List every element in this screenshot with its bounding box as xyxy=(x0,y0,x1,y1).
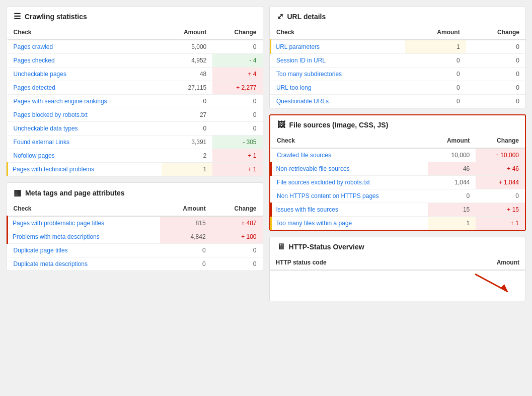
http-col-code: HTTP status code xyxy=(270,255,434,270)
check-label[interactable]: Found external Links xyxy=(8,136,162,149)
check-label[interactable]: Uncheckable data types xyxy=(8,122,162,136)
table-row: Duplicate meta descriptions00 xyxy=(8,257,263,271)
table-row: Nofollow pages2+ 1 xyxy=(8,149,263,163)
change-cell: - 305 xyxy=(212,136,262,149)
check-label[interactable]: Pages with problematic page titles xyxy=(8,216,160,230)
check-label[interactable]: Duplicate page titles xyxy=(8,244,160,257)
change-cell: 0 xyxy=(212,95,262,108)
crawling-statistics-header: ☰ Crawling statistics xyxy=(7,7,263,25)
amount-cell: 0 xyxy=(160,244,212,257)
amount-cell: 1,044 xyxy=(428,176,476,189)
table-row: Pages checked4,952- 4 xyxy=(8,54,263,68)
amount-cell: 1 xyxy=(405,40,466,54)
amount-cell: 27 xyxy=(162,108,212,122)
left-column: ☰ Crawling statistics Check Amount Chang… xyxy=(6,6,263,301)
table-row: Pages crawled5,0000 xyxy=(8,40,263,54)
table-row: Uncheckable data types00 xyxy=(8,122,263,136)
right-column: ⤢ URL details Check Amount Change URL pa… xyxy=(269,6,526,301)
meta-col-change: Change xyxy=(212,202,263,216)
svg-marker-1 xyxy=(500,284,508,292)
change-cell: + 2,277 xyxy=(212,81,262,95)
check-label[interactable]: Pages with search engine rankings xyxy=(8,95,162,108)
file-sources-card: 🖼 File sources (Image, CSS, JS) Check Am… xyxy=(269,114,526,231)
amount-cell: 46 xyxy=(428,162,476,176)
check-label[interactable]: Duplicate meta descriptions xyxy=(8,257,160,271)
http-status-card: 🖥 HTTP-Status Overview HTTP status code … xyxy=(269,237,526,301)
http-col-amount: Amount xyxy=(434,255,525,270)
change-cell: 0 xyxy=(212,108,262,122)
check-label[interactable]: Problems with meta descriptions xyxy=(8,230,160,244)
amount-cell: 0 xyxy=(405,95,466,108)
url-details-header: ⤢ URL details xyxy=(270,7,526,25)
check-label[interactable]: Pages checked xyxy=(8,54,162,68)
meta-col-amount: Amount xyxy=(160,202,212,216)
file-col-change: Change xyxy=(476,134,525,148)
check-label[interactable]: Uncheckable pages xyxy=(8,68,162,81)
check-label[interactable]: Issues with file sources xyxy=(271,203,428,217)
amount-cell: 48 xyxy=(162,68,212,81)
check-label[interactable]: Pages detected xyxy=(8,81,162,95)
check-label[interactable]: Non-retrievable file sources xyxy=(271,162,428,176)
check-label[interactable]: Nofollow pages xyxy=(8,149,162,163)
amount-cell: 5,000 xyxy=(162,40,212,54)
meta-tags-table: Check Amount Change Pages with problemat… xyxy=(7,202,263,271)
meta-tags-title: Meta tags and page attributes xyxy=(25,189,125,197)
file-col-amount: Amount xyxy=(428,134,476,148)
change-cell: + 1 xyxy=(476,217,525,230)
check-label[interactable]: Non HTTPS content on HTTPS pages xyxy=(271,189,428,203)
change-cell: + 10,000 xyxy=(476,148,525,162)
file-sources-header: 🖼 File sources (Image, CSS, JS) xyxy=(270,115,525,134)
check-label[interactable]: Too many subdirectories xyxy=(270,68,405,81)
expand-icon: ⤢ xyxy=(277,12,283,21)
change-cell: + 46 xyxy=(476,162,525,176)
table-row: Uncheckable pages48+ 4 xyxy=(8,68,263,81)
change-cell: + 4 xyxy=(212,68,262,81)
crawling-statistics-card: ☰ Crawling statistics Check Amount Chang… xyxy=(6,6,263,176)
table-row: Session ID in URL00 xyxy=(270,54,525,68)
change-cell: 0 xyxy=(466,81,525,95)
table-row: Too many subdirectories00 xyxy=(270,68,525,81)
change-cell: 0 xyxy=(466,68,525,81)
check-label[interactable]: Too many files within a page xyxy=(271,217,428,230)
change-cell: 0 xyxy=(466,40,525,54)
table-row: Non-retrievable file sources46+ 46 xyxy=(271,162,525,176)
check-label[interactable]: Pages crawled xyxy=(8,40,162,54)
table-row: Issues with file sources15+ 15 xyxy=(271,203,525,217)
check-label[interactable]: Pages blocked by robots.txt xyxy=(8,108,162,122)
check-label[interactable]: File sources excluded by robots.txt xyxy=(271,176,428,189)
change-cell: + 1,044 xyxy=(476,176,525,189)
change-cell: 0 xyxy=(212,122,262,136)
amount-cell: 4,842 xyxy=(160,230,212,244)
url-details-table: Check Amount Change URL parameters10Sess… xyxy=(270,25,526,108)
amount-cell: 0 xyxy=(160,257,212,271)
http-status-table: HTTP status code Amount xyxy=(270,255,526,271)
check-label[interactable]: Session ID in URL xyxy=(270,54,405,68)
table-row: Duplicate page titles00 xyxy=(8,244,263,257)
check-label[interactable]: URL too long xyxy=(270,81,405,95)
table-row: Crawled file sources10,000+ 10,000 xyxy=(271,148,525,162)
url-details-card: ⤢ URL details Check Amount Change URL pa… xyxy=(269,6,526,108)
table-row: Too many files within a page1+ 1 xyxy=(271,217,525,230)
change-cell: + 487 xyxy=(212,216,263,230)
amount-cell: 0 xyxy=(405,54,466,68)
table-row: Questionable URLs00 xyxy=(270,95,525,108)
arrow-annotation xyxy=(270,271,526,301)
table-row: Pages blocked by robots.txt270 xyxy=(8,108,263,122)
table-row: Pages with search engine rankings00 xyxy=(8,95,263,108)
crawling-statistics-table: Check Amount Change Pages crawled5,0000P… xyxy=(7,25,263,176)
url-col-amount: Amount xyxy=(405,25,466,40)
amount-cell: 1 xyxy=(162,163,212,176)
change-cell: 0 xyxy=(466,95,525,108)
check-label[interactable]: URL parameters xyxy=(270,40,405,54)
check-label[interactable]: Crawled file sources xyxy=(271,148,428,162)
table-row: Problems with meta descriptions4,842+ 10… xyxy=(8,230,263,244)
change-cell: - 4 xyxy=(212,54,262,68)
check-label[interactable]: Pages with technical problems xyxy=(8,163,162,176)
http-status-title: HTTP-Status Overview xyxy=(289,243,364,251)
amount-cell: 0 xyxy=(405,68,466,81)
url-col-check: Check xyxy=(270,25,405,40)
amount-cell: 27,115 xyxy=(162,81,212,95)
amount-cell: 3,391 xyxy=(162,136,212,149)
check-label[interactable]: Questionable URLs xyxy=(270,95,405,108)
amount-cell: 1 xyxy=(428,217,476,230)
